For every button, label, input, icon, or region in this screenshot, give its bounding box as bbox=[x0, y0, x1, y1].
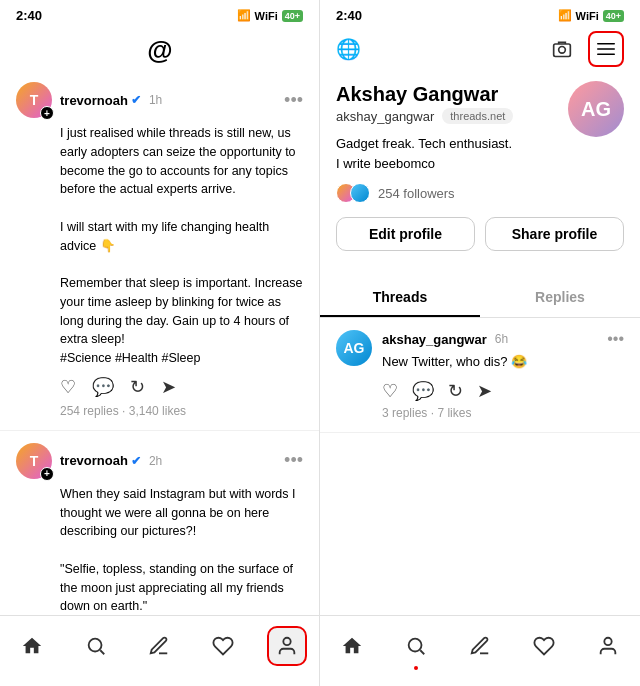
followers-count: 254 followers bbox=[378, 186, 455, 201]
left-bottom-nav bbox=[0, 615, 319, 686]
verified-icon-1: ✔ bbox=[131, 93, 141, 107]
right-phone-panel: 2:40 📶 WiFi 40+ 🌐 AG Akshay Gangwar aksh… bbox=[320, 0, 640, 686]
post-1-stats: 254 replies · 3,140 likes bbox=[60, 404, 303, 418]
nav-home-left[interactable] bbox=[12, 626, 52, 666]
post-1-user-info: T + trevornoah ✔ 1h bbox=[16, 82, 162, 118]
trevornoah-avatar: T + bbox=[16, 82, 52, 118]
follower-avatar-2 bbox=[350, 183, 370, 203]
battery-badge: 40+ bbox=[282, 10, 303, 22]
svg-point-10 bbox=[604, 638, 611, 645]
svg-point-8 bbox=[409, 639, 422, 652]
profile-header-row: 🌐 bbox=[320, 27, 640, 71]
like-icon-1[interactable]: ♡ bbox=[60, 376, 76, 398]
repost-icon-1[interactable]: ↻ bbox=[130, 376, 145, 398]
post-2-user-meta: trevornoah ✔ bbox=[60, 453, 141, 468]
right-bottom-nav bbox=[320, 615, 640, 686]
right-status-icons: 📶 WiFi 40+ bbox=[558, 9, 624, 22]
svg-rect-7 bbox=[597, 54, 615, 56]
profile-thread-item: AG akshay_gangwar 6h ••• New Twitter, wh… bbox=[320, 318, 640, 433]
thread-time: 6h bbox=[495, 332, 508, 346]
edit-profile-btn[interactable]: Edit profile bbox=[336, 217, 475, 251]
globe-icon[interactable]: 🌐 bbox=[336, 37, 361, 61]
tab-replies[interactable]: Replies bbox=[480, 279, 640, 317]
post-2: T + trevornoah ✔ 2h ••• When they said I… bbox=[0, 431, 319, 615]
right-signal-icon: 📶 bbox=[558, 9, 572, 22]
tab-threads[interactable]: Threads bbox=[320, 279, 480, 317]
right-status-bar: 2:40 📶 WiFi 40+ bbox=[320, 0, 640, 27]
thread-username: akshay_gangwar bbox=[382, 332, 487, 347]
thread-user-info: akshay_gangwar 6h bbox=[382, 332, 508, 347]
post-1-more[interactable]: ••• bbox=[284, 90, 303, 111]
svg-line-1 bbox=[100, 650, 104, 654]
left-status-icons: 📶 WiFi 40+ bbox=[237, 9, 303, 22]
post-2-more[interactable]: ••• bbox=[284, 450, 303, 471]
thread-text: New Twitter, who dis? 😂 bbox=[382, 352, 624, 372]
post-1-content: I just realised while threads is still n… bbox=[60, 124, 303, 368]
thread-share-icon[interactable]: ➤ bbox=[477, 380, 492, 402]
right-battery-badge: 40+ bbox=[603, 10, 624, 22]
svg-rect-6 bbox=[597, 48, 615, 50]
post-1-actions: ♡ 💬 ↻ ➤ bbox=[60, 376, 303, 398]
nav-compose-right[interactable] bbox=[460, 626, 500, 666]
post-1-username: trevornoah ✔ bbox=[60, 93, 141, 108]
signal-icon: 📶 bbox=[237, 9, 251, 22]
thread-stats: 3 replies · 7 likes bbox=[382, 406, 624, 420]
post-2-content: When they said Instagram but with words … bbox=[60, 485, 303, 615]
post-1-user-meta: trevornoah ✔ bbox=[60, 93, 141, 108]
nav-home-right[interactable] bbox=[332, 626, 372, 666]
nav-search-left[interactable] bbox=[76, 626, 116, 666]
nav-heart-right[interactable] bbox=[524, 626, 564, 666]
thread-like-icon[interactable]: ♡ bbox=[382, 380, 398, 402]
thread-more-btn[interactable]: ••• bbox=[607, 330, 624, 348]
post-1-header: T + trevornoah ✔ 1h ••• bbox=[16, 82, 303, 118]
nav-search-right[interactable] bbox=[396, 626, 436, 666]
post-1: T + trevornoah ✔ 1h ••• I just realised … bbox=[0, 70, 319, 431]
svg-point-2 bbox=[283, 638, 290, 645]
left-time: 2:40 bbox=[16, 8, 42, 23]
thread-comment-icon[interactable]: 💬 bbox=[412, 380, 434, 402]
left-feed[interactable]: T + trevornoah ✔ 1h ••• I just realised … bbox=[0, 70, 319, 615]
comment-icon-1[interactable]: 💬 bbox=[92, 376, 114, 398]
share-icon-1[interactable]: ➤ bbox=[161, 376, 176, 398]
thread-item-content: akshay_gangwar 6h ••• New Twitter, who d… bbox=[382, 330, 624, 420]
followers-row: 254 followers bbox=[336, 183, 624, 203]
camera-icon-btn[interactable] bbox=[544, 31, 580, 67]
profile-body: AG Akshay Gangwar akshay_gangwar threads… bbox=[320, 71, 640, 615]
post-2-time: 2h bbox=[149, 454, 162, 468]
thread-user-avatar: AG bbox=[336, 330, 372, 366]
post-2-user-info: T + trevornoah ✔ 2h bbox=[16, 443, 162, 479]
profile-bio: Gadget freak. Tech enthusiast. I write b… bbox=[336, 134, 624, 173]
nav-heart-left[interactable] bbox=[203, 626, 243, 666]
left-status-bar: 2:40 📶 WiFi 40+ bbox=[0, 0, 319, 27]
left-app-header: @ bbox=[0, 27, 319, 70]
post-2-username: trevornoah ✔ bbox=[60, 453, 141, 468]
nav-profile-right[interactable] bbox=[588, 626, 628, 666]
avatar-add-icon-2[interactable]: + bbox=[40, 467, 54, 481]
svg-point-4 bbox=[559, 47, 566, 54]
profile-name: Akshay Gangwar bbox=[336, 83, 554, 106]
thread-item-header: akshay_gangwar 6h ••• bbox=[382, 330, 624, 348]
share-profile-btn[interactable]: Share profile bbox=[485, 217, 624, 251]
left-phone-panel: 2:40 📶 WiFi 40+ @ T + trevornoah bbox=[0, 0, 320, 686]
post-1-time: 1h bbox=[149, 93, 162, 107]
profile-top-right bbox=[544, 31, 624, 67]
svg-point-0 bbox=[88, 639, 101, 652]
threads-badge: threads.net bbox=[442, 108, 513, 124]
thread-repost-icon[interactable]: ↻ bbox=[448, 380, 463, 402]
trevornoah-avatar-2: T + bbox=[16, 443, 52, 479]
nav-compose-left[interactable] bbox=[139, 626, 179, 666]
svg-line-9 bbox=[420, 650, 424, 654]
hamburger-menu-btn[interactable] bbox=[588, 31, 624, 67]
profile-username: akshay_gangwar bbox=[336, 109, 434, 124]
nav-profile-left[interactable] bbox=[267, 626, 307, 666]
right-wifi-icon: WiFi bbox=[576, 10, 599, 22]
avatar-add-icon[interactable]: + bbox=[40, 106, 54, 120]
threads-logo: @ bbox=[147, 35, 171, 66]
follower-avatars bbox=[336, 183, 370, 203]
profile-buttons: Edit profile Share profile bbox=[336, 217, 624, 251]
post-2-header: T + trevornoah ✔ 2h ••• bbox=[16, 443, 303, 479]
profile-avatar: AG bbox=[568, 81, 624, 137]
profile-info-section: AG Akshay Gangwar akshay_gangwar threads… bbox=[320, 71, 640, 279]
verified-icon-2: ✔ bbox=[131, 454, 141, 468]
thread-actions: ♡ 💬 ↻ ➤ bbox=[382, 380, 624, 402]
